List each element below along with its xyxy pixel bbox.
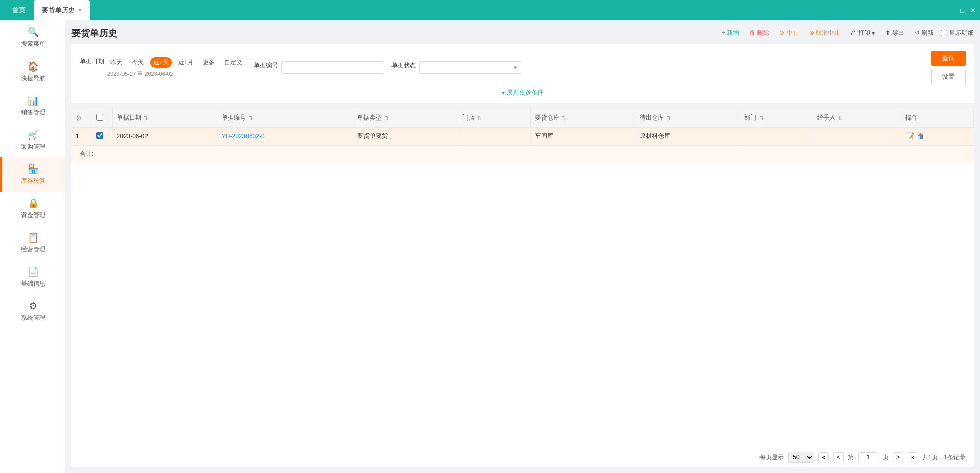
expand-more-btn[interactable]: ▾ 展开更多条件 [80,88,966,97]
settings-button[interactable]: 设置 [931,69,966,84]
add-button[interactable]: + 新增 [719,27,742,39]
sort-icon-doc-number[interactable]: ⇅ [249,115,253,121]
col-handler-label: 经手人 [817,114,836,121]
op-delete-icon[interactable]: 🗑 [917,132,924,140]
close-icon[interactable]: ✕ [970,7,976,14]
cell-doc-type: 要货单要货 [353,128,458,145]
cell-doc-date: 2023-06-02 [112,128,217,145]
sidebar-item-search-menu[interactable]: 🔍 搜索菜单 [0,20,65,55]
sort-icon-req-warehouse[interactable]: ⇅ [562,115,566,121]
date-btn-1month[interactable]: 近1月 [175,57,197,68]
col-operations-label: 操作 [905,114,918,121]
sort-icon-doc-type[interactable]: ⇅ [385,115,389,121]
print-label: 🖨 打印 [850,29,870,37]
stop-button[interactable]: ⊘ 中止 [776,27,801,39]
tab-requisition-history-label: 要货单历史 [42,6,75,15]
cancel-stop-button[interactable]: ⊗ 取消中止 [806,27,843,39]
minimize-icon[interactable]: — [947,7,954,14]
sidebar-item-purchase-mgmt[interactable]: 🛒 采购管理 [0,123,65,157]
col-doc-type: 单据类型 ⇅ [353,108,458,128]
col-settings: ⚙ [71,108,92,128]
sidebar-item-finance[interactable]: 🔒 资金管理 [0,192,65,226]
display-detail-checkbox[interactable]: 显示明细 [941,29,974,37]
sidebar-item-inventory[interactable]: 🏪 库存核算 [0,157,65,192]
date-filter-label: 单据日期 [80,57,104,66]
query-button[interactable]: 查询 [931,51,966,66]
date-btn-yesterday[interactable]: 昨天 [107,57,126,68]
sidebar-item-purchase-label: 采购管理 [21,143,45,151]
basic-info-icon: 📄 [28,266,39,277]
pagination-bar: 每页显示 50 20 100 « < 第 页 > » 共1页，1条记录 [71,447,974,467]
row-checkbox[interactable] [96,132,103,139]
col-pending-warehouse: 待出仓库 ⇅ [635,108,740,128]
sidebar-item-basic-info[interactable]: 📄 基础信息 [0,260,65,294]
date-btn-today[interactable]: 今天 [129,57,147,68]
table-body: 1 2023-06-02 YH-20230602-0 要货单要货 [71,128,974,145]
table-row: 1 2023-06-02 YH-20230602-0 要货单要货 [71,128,974,145]
quick-nav-icon: 🏠 [28,61,39,72]
go-to-label: 第 [848,453,854,462]
select-all-checkbox[interactable] [96,114,103,121]
table-settings-icon[interactable]: ⚙ [76,114,82,122]
purchase-icon: 🛒 [28,129,39,140]
sort-icon-store[interactable]: ⇅ [477,115,481,121]
row-doc-number-link[interactable]: YH-20230602-0 [222,133,265,140]
cell-req-warehouse: 车间库 [530,128,635,145]
print-dropdown-icon[interactable]: ▾ [872,30,875,37]
date-range-display: 2023-05-27 至 2023-06-02 [107,70,246,78]
table-header: ⚙ 单据日期 ⇅ 单据编号 ⇅ [71,108,974,128]
add-label: + 新增 [722,29,739,37]
sidebar-item-sales-mgmt[interactable]: 📊 销售管理 [0,89,65,123]
display-detail-input[interactable] [941,30,947,36]
prev-page-btn[interactable]: < [833,452,844,462]
first-page-btn[interactable]: « [818,452,829,462]
next-page-btn[interactable]: > [893,452,903,462]
row-doc-type: 要货单要货 [357,132,388,139]
doc-number-input[interactable] [281,61,383,74]
date-btn-7days[interactable]: 近7天 [150,57,172,68]
col-doc-date: 单据日期 ⇅ [112,108,217,128]
sidebar-item-sales-label: 销售管理 [21,108,45,117]
op-icons: 📝 🗑 [905,132,969,140]
delete-button[interactable]: 🗑 删除 [746,27,772,39]
sidebar-item-search-menu-label: 搜索菜单 [21,40,45,49]
op-edit-icon[interactable]: 📝 [905,132,914,140]
col-department: 部门 ⇅ [740,108,813,128]
sidebar-item-system[interactable]: ⚙ 系统管理 [0,294,65,328]
sidebar-item-operations[interactable]: 📋 经营管理 [0,226,65,260]
status-select[interactable] [419,61,521,74]
sort-icon-doc-date[interactable]: ⇅ [144,115,148,121]
sidebar-item-finance-label: 资金管理 [21,211,45,220]
page-title: 要货单历史 [71,27,117,39]
inventory-icon: 🏪 [28,163,39,175]
tab-close-icon[interactable]: × [78,7,82,14]
page-input[interactable] [858,452,878,462]
last-page-btn[interactable]: » [908,452,918,462]
col-doc-number-label: 单据编号 [222,114,246,121]
sort-icon-department[interactable]: ⇅ [760,115,764,121]
print-button[interactable]: 🖨 打印 ▾ [847,27,878,39]
export-button[interactable]: ⬆ 导出 [882,27,907,39]
sort-icon-pending-warehouse[interactable]: ⇅ [667,115,671,121]
refresh-button[interactable]: ↺ 刷新 [912,27,937,39]
date-btn-more[interactable]: 更多 [200,57,218,68]
sidebar-item-quick-nav[interactable]: 🏠 快捷导航 [0,55,65,89]
doc-number-label: 单据编号 [254,61,278,70]
tab-requisition-history[interactable]: 要货单历史 × [34,0,90,20]
date-btn-custom[interactable]: 自定义 [221,57,246,68]
stop-label: ⊘ 中止 [779,29,798,37]
sort-icon-handler[interactable]: ⇅ [838,115,842,121]
maximize-icon[interactable]: □ [960,7,964,14]
delete-label: 🗑 删除 [749,29,769,37]
sidebar-item-system-label: 系统管理 [21,314,45,322]
status-filter-group: 单据状态 [391,61,521,74]
display-detail-label: 显示明细 [949,29,974,37]
row-index: 1 [76,133,79,140]
toolbar: + 新增 🗑 删除 ⊘ 中止 ⊗ 取消中止 🖨 打印 ▾ ⬆ 导出 [719,27,974,39]
cell-index: 1 [71,128,92,145]
action-buttons: 查询 设置 [931,51,966,84]
tab-home[interactable]: 首页 [4,0,34,20]
page-size-select[interactable]: 50 20 100 [788,452,814,463]
cell-doc-number: YH-20230602-0 [217,128,353,145]
content-area: 要货单历史 + 新增 🗑 删除 ⊘ 中止 ⊗ 取消中止 🖨 打印 ▾ [65,20,980,473]
